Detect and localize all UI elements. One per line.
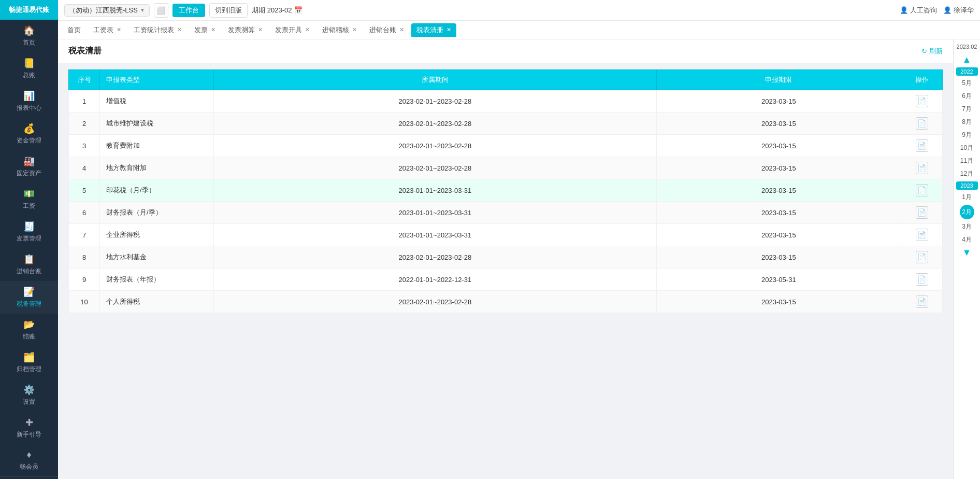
month-2022-8[interactable]: 8月 [954, 116, 980, 129]
op-detail-button[interactable]: 📄 [916, 139, 928, 152]
tab-close-icon[interactable]: ✕ [352, 26, 357, 33]
sidebar-item-label: 报表中心 [17, 104, 41, 112]
op-detail-button[interactable]: 📄 [916, 206, 928, 219]
tab-tax-list[interactable]: 税表清册 ✕ [411, 23, 456, 37]
sidebar-item-home[interactable]: 🏠 首页 [0, 20, 58, 52]
col-header-name: 申报表类型 [100, 70, 214, 90]
cell-deadline: 2023-03-15 [656, 179, 901, 202]
switch-button[interactable]: 切到旧版 [209, 3, 248, 18]
op-detail-button[interactable]: 📄 [916, 95, 928, 107]
tab-close-icon[interactable]: ✕ [305, 26, 310, 33]
user-name: 徐泽华 [954, 6, 974, 15]
cell-period: 2023-02-01~2023-02-28 [214, 112, 657, 135]
month-2022-9[interactable]: 9月 [954, 129, 980, 142]
cell-id: 2 [69, 112, 100, 135]
panel-up-button[interactable]: ▲ [961, 53, 973, 66]
tab-close-icon[interactable]: ✕ [177, 26, 182, 33]
month-2022-7[interactable]: 7月 [954, 103, 980, 116]
sidebar-item-label: 畅会员 [20, 462, 38, 471]
sidebar-item-payroll[interactable]: 💵 工资 [0, 183, 58, 216]
tab-close-icon[interactable]: ✕ [211, 26, 215, 33]
sidebar-item-ledger[interactable]: 📒 总账 [0, 52, 58, 85]
month-2023-4[interactable]: 4月 [954, 233, 980, 246]
sidebar-bottom: 📌 取消固定 [0, 476, 58, 479]
table-row: 3 教育费附加 2023-02-01~2023-02-28 2023-03-15… [69, 135, 943, 157]
cell-id: 1 [69, 90, 100, 112]
op-detail-button[interactable]: 📄 [916, 117, 928, 130]
cell-deadline: 2023-03-15 [656, 112, 901, 135]
sidebar-item-label: 税务管理 [17, 300, 41, 308]
chevron-down-icon: ▼ [140, 7, 145, 13]
sidebar-item-member[interactable]: ♦ 畅会员 [0, 444, 58, 476]
tax-icon: 📝 [23, 286, 35, 298]
table-row: 4 地方教育附加 2023-02-01~2023-02-28 2023-03-1… [69, 157, 943, 179]
col-header-op: 操作 [901, 70, 943, 90]
topbar-right: 👤 人工咨询 👤 徐泽华 [900, 6, 974, 15]
page-header: 税表清册 ↻ 刷新 [58, 39, 953, 63]
sidebar-item-label: 工资 [23, 202, 35, 210]
cell-id: 9 [69, 269, 100, 291]
cell-id: 3 [69, 135, 100, 157]
sidebar-item-label: 设置 [23, 398, 35, 406]
sidebar-item-invoice-mgr[interactable]: 🧾 发票管理 [0, 216, 58, 248]
fund-icon: 💰 [23, 123, 35, 134]
tab-home[interactable]: 首页 [62, 23, 86, 37]
tab-close-icon[interactable]: ✕ [399, 26, 404, 33]
sidebar-item-settlement[interactable]: 📂 结账 [0, 314, 58, 346]
sidebar-item-settings[interactable]: ⚙️ 设置 [0, 379, 58, 412]
workspace-button[interactable]: 工作台 [172, 4, 205, 17]
tab-in-out-account[interactable]: 进销台账 ✕ [364, 23, 409, 37]
cell-op: 📄 [901, 112, 943, 135]
tab-payroll[interactable]: 工资表 ✕ [88, 23, 126, 37]
cell-op: 📄 [901, 224, 943, 246]
refresh-label: 刷新 [929, 47, 943, 56]
month-2023-2-active[interactable]: 2月 [960, 205, 974, 219]
tab-close-icon[interactable]: ✕ [258, 26, 263, 33]
op-detail-button[interactable]: 📄 [916, 251, 928, 263]
tab-close-icon[interactable]: ✕ [446, 26, 451, 33]
sidebar-item-fixed-assets[interactable]: 🏭 固定资产 [0, 150, 58, 183]
op-detail-button[interactable]: 📄 [916, 295, 928, 308]
tab-close-icon[interactable]: ✕ [117, 26, 121, 33]
month-2022-5[interactable]: 5月 [954, 77, 980, 90]
period-label: 期期 [252, 6, 265, 15]
month-2022-10[interactable]: 10月 [954, 142, 980, 154]
copy-button[interactable]: ⬜ [154, 3, 168, 18]
sidebar-item-report[interactable]: 📊 报表中心 [0, 85, 58, 118]
sidebar-item-fund[interactable]: 💰 资金管理 [0, 118, 58, 150]
company-selector[interactable]: （勿动）江西脱壳-LSS ▼ [64, 4, 150, 17]
user-area[interactable]: 👤 徐泽华 [943, 6, 974, 15]
tab-in-out-check[interactable]: 进销稽核 ✕ [317, 23, 362, 37]
month-2022-6[interactable]: 6月 [954, 90, 980, 103]
month-2022-12[interactable]: 12月 [954, 167, 980, 180]
refresh-button[interactable]: ↻ 刷新 [921, 47, 943, 56]
tab-invoice[interactable]: 发票 ✕ [189, 23, 221, 37]
calendar-icon: 📅 [294, 6, 302, 14]
cell-period: 2023-02-01~2023-02-28 [214, 157, 657, 179]
sidebar-item-in-out[interactable]: 📋 进销台账 [0, 248, 58, 281]
ai-icon: 👤 [900, 6, 908, 14]
tab-invoice-calc[interactable]: 发票测算 ✕ [223, 23, 268, 37]
cell-period: 2023-02-01~2023-02-28 [214, 291, 657, 313]
tab-invoice-open[interactable]: 发票开具 ✕ [270, 23, 315, 37]
ai-consult-button[interactable]: 👤 人工咨询 [900, 6, 937, 15]
sidebar-item-guide[interactable]: ✚ 新手引导 [0, 412, 58, 444]
op-detail-button[interactable]: 📄 [916, 229, 928, 241]
op-detail-button[interactable]: 📄 [916, 162, 928, 174]
sidebar-item-label: 归档管理 [17, 365, 41, 374]
month-2023-1[interactable]: 1月 [954, 191, 980, 204]
cell-name: 印花税（月/季） [100, 179, 214, 202]
period-value: 2023-02 [267, 6, 292, 14]
sidebar-item-label: 固定资产 [17, 169, 41, 178]
refresh-icon: ↻ [921, 47, 927, 55]
op-detail-button[interactable]: 📄 [916, 184, 928, 196]
panel-down-button[interactable]: ▼ [961, 246, 973, 259]
sidebar-item-archive[interactable]: 🗂️ 归档管理 [0, 346, 58, 379]
month-2022-11[interactable]: 11月 [954, 154, 980, 167]
tab-payroll-stats[interactable]: 工资统计报表 ✕ [128, 23, 187, 37]
year-2022-badge: 2022 [956, 67, 978, 76]
month-2023-3[interactable]: 3月 [954, 220, 980, 233]
sidebar-item-tax[interactable]: 📝 税务管理 [0, 281, 58, 314]
ledger-icon: 📒 [23, 58, 35, 69]
op-detail-button[interactable]: 📄 [916, 273, 928, 286]
